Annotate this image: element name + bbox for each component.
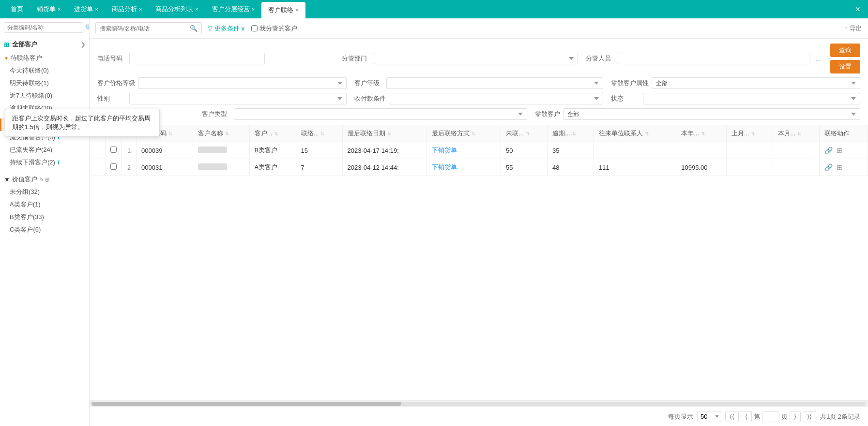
nav-item-home[interactable]: 首页 <box>4 0 30 18</box>
filter-row-1: 电话号码 分管部门 分管人员 ... 查询 设置 <box>97 44 860 73</box>
first-page-button[interactable]: ⟨⟨ <box>725 411 739 422</box>
horizontal-scrollbar[interactable] <box>90 400 868 407</box>
column-current-year[interactable]: 本年...⇅ <box>676 125 726 142</box>
filter-person: 分管人员 ... <box>586 53 822 64</box>
person-input[interactable] <box>618 53 810 64</box>
scrollbar-track[interactable] <box>91 402 866 406</box>
column-overdue[interactable]: 逾期...⇅ <box>547 125 594 142</box>
prev-page-button[interactable]: ⟨ <box>741 411 752 422</box>
sidebar-item-already-lost[interactable]: 已流失客户(24) <box>0 144 89 156</box>
search-icon[interactable]: 🔍 <box>85 24 90 31</box>
add-icon[interactable]: ⊕ <box>45 176 50 183</box>
retail-attribute-select[interactable]: 全部 <box>652 77 860 89</box>
row-checkbox[interactable] <box>110 147 117 153</box>
status-select[interactable] <box>643 93 860 104</box>
column-contact[interactable]: 联络...⇅ <box>296 125 342 142</box>
grid-icon: ⊞ <box>4 41 9 48</box>
next-page-button[interactable]: ⟩ <box>790 411 801 422</box>
retail-customer-select[interactable]: 全部 <box>563 108 860 120</box>
cell-last-contact-method[interactable]: 下销货单 <box>427 159 501 176</box>
close-icon[interactable]: × <box>58 6 61 12</box>
column-current-month[interactable]: 本月...⇅ <box>773 125 819 142</box>
nav-item-product-list[interactable]: 商品分析列表 × <box>149 0 205 18</box>
settings-button[interactable]: 设置 <box>830 60 860 73</box>
more-conditions-button[interactable]: ▽ 更多条件 ∨ <box>208 24 245 33</box>
close-icon[interactable]: × <box>139 6 142 12</box>
last-page-button[interactable]: ⟩⟩ <box>803 411 816 422</box>
sidebar-pending-group[interactable]: ▼ 待联络客户 <box>0 52 89 64</box>
sidebar-item-continuous-drop[interactable]: 持续下滑客户(2) ℹ <box>0 156 89 169</box>
close-icon[interactable]: × <box>295 7 298 13</box>
my-customers-checkbox[interactable] <box>251 25 258 31</box>
nav-item-sales[interactable]: 销货单 × <box>30 0 67 18</box>
toolbar: 🔍 ▽ 更多条件 ∨ 我分管的客户 ↑ 导出 <box>90 18 868 39</box>
gender-select[interactable] <box>129 93 347 104</box>
cell-checkbox[interactable] <box>106 142 122 159</box>
sidebar-item-today-pending[interactable]: 今天待联络(0) <box>0 64 89 77</box>
sidebar-item-ungrouped[interactable]: 未分组(32) <box>0 186 89 198</box>
my-customers-filter[interactable]: 我分管的客户 <box>251 24 297 33</box>
sidebar-item-7days-pending[interactable]: 近7天待联络(0) <box>0 89 89 102</box>
link-icon[interactable]: 🔗 <box>824 147 833 154</box>
contact-method-link[interactable]: 下销货单 <box>432 147 457 154</box>
collapse-icon[interactable]: ❯ <box>81 42 85 48</box>
customer-level-select[interactable] <box>386 77 604 89</box>
payment-select[interactable] <box>389 93 604 104</box>
close-icon[interactable]: × <box>95 6 98 12</box>
cell-last-contact-date: 2023-04-17 14:19: <box>342 142 427 159</box>
link-icon[interactable]: 🔗 <box>824 163 833 171</box>
sidebar-item-b-class[interactable]: B类客户(33) <box>0 211 89 223</box>
window-close-button[interactable]: × <box>851 4 864 15</box>
close-icon[interactable]: × <box>195 6 198 12</box>
nav-item-customer-contact[interactable]: 客户联络 × <box>261 2 305 18</box>
nav-item-product-analysis[interactable]: 商品分析 × <box>105 0 149 18</box>
sidebar-all-customers[interactable]: ⊞ 全部客户 ❯ <box>0 37 89 52</box>
cell-checkbox[interactable] <box>106 159 122 176</box>
cell-row-num: 1 <box>122 142 137 159</box>
column-customer-name[interactable]: 客户名称⇅ <box>193 125 249 142</box>
column-last-contact-method[interactable]: 最后联络方式⇅ <box>427 125 501 142</box>
query-button[interactable]: 查询 <box>830 44 860 57</box>
phone-input[interactable] <box>129 53 265 64</box>
column-last-month[interactable]: 上月...⇅ <box>726 125 773 142</box>
cell-last-contact-method[interactable]: 下销货单 <box>427 142 501 159</box>
cell-customer-code: 000039 <box>137 142 193 159</box>
row-checkbox[interactable] <box>110 163 117 170</box>
scrollbar-thumb[interactable] <box>91 402 401 406</box>
sidebar-item-c-class[interactable]: C类客户(6) <box>0 223 89 236</box>
search-icon[interactable]: 🔍 <box>190 25 198 32</box>
sidebar-search-input[interactable] <box>4 22 83 33</box>
filter-row-4: ··· 客户类型 零散客户 全部 <box>97 108 860 120</box>
close-icon[interactable]: × <box>252 6 255 12</box>
contact-method-link[interactable]: 下销货单 <box>432 163 457 171</box>
cell-overdue: 48 <box>547 159 594 176</box>
customer-type-select[interactable] <box>234 108 527 120</box>
column-no-contact[interactable]: 未联...⇅ <box>501 125 547 142</box>
edit-icon[interactable]: ✎ <box>39 176 44 183</box>
column-customer-type[interactable]: 客户...⇅ <box>249 125 296 142</box>
sidebar-value-customers-group[interactable]: ▼ 价值客户 ✎ ⊕ <box>0 173 89 186</box>
cell-current-year <box>676 142 726 159</box>
page-size-select[interactable]: 50 10 20 100 <box>697 411 721 422</box>
sidebar-item-a-class[interactable]: A类客户(1) <box>0 198 89 211</box>
table-header-row: ⚙ # 客户编码⇅ 客户名称⇅ 客户...⇅ 联络...⇅ 最后联络日期⇅ 最后… <box>90 125 868 142</box>
page-number-input[interactable]: 1 <box>762 411 779 422</box>
grid-action-icon[interactable]: ⊞ <box>837 147 842 154</box>
grid-action-icon[interactable]: ⊞ <box>837 163 842 171</box>
filter-customer-type: 客户类型 <box>202 108 527 120</box>
sidebar-item-tomorrow-pending[interactable]: 明天待联络(1) <box>0 77 89 89</box>
table-row: 2 000031 A类客户 7 2023-04-12 14:44: 下销货单 5… <box>90 159 868 176</box>
filter-status: 状态 <box>611 93 860 104</box>
nav-item-customer-segment[interactable]: 客户分层经营 × <box>205 0 261 18</box>
action-cell: 🔗 ⊞ <box>824 147 863 154</box>
export-icon: ↑ <box>845 25 848 32</box>
column-last-contact-date[interactable]: 最后联络日期⇅ <box>342 125 427 142</box>
price-level-select[interactable] <box>138 77 347 89</box>
person-picker-icon[interactable]: ... <box>813 55 822 62</box>
column-contact-person[interactable]: 往来单位联系人⇅ <box>594 125 676 142</box>
action-cell: 🔗 ⊞ <box>824 163 863 171</box>
export-button[interactable]: ↑ 导出 <box>845 24 863 33</box>
search-input[interactable] <box>100 25 188 32</box>
dept-select[interactable] <box>374 53 579 64</box>
nav-item-purchase[interactable]: 进货单 × <box>67 0 105 18</box>
